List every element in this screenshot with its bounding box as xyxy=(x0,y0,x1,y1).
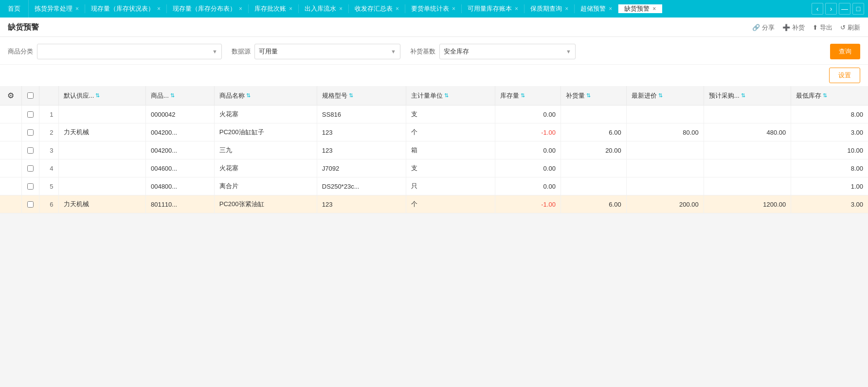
row-min-stock: 3.00 xyxy=(791,123,868,141)
tab-tab4[interactable]: 库存批次账× xyxy=(249,4,299,13)
close-tab-tab5[interactable]: × xyxy=(339,5,343,12)
row-checkbox-cell[interactable] xyxy=(21,141,39,159)
th-unit[interactable]: 主计量单位 ⇅ xyxy=(406,86,495,106)
tab-label-tab8: 可用量库存账本 xyxy=(468,4,512,13)
th-est-purchase[interactable]: 预计采购... ⇅ xyxy=(704,86,791,106)
row-unit: 箱 xyxy=(406,141,495,159)
th-latest-price[interactable]: 最新进价 ⇅ xyxy=(626,86,704,106)
row-replenish: 6.00 xyxy=(561,123,626,141)
th-stock[interactable]: 库存量 ⇅ xyxy=(495,86,561,106)
tab-tab2[interactable]: 现存量（库存状况表）× xyxy=(85,4,167,13)
row-min-stock: 1.00 xyxy=(791,177,868,195)
table-row: 1 0000042 火花塞 SS816 支 0.00 8.00 xyxy=(0,106,868,123)
export-icon: ⬆ xyxy=(813,24,818,31)
th-min-stock[interactable]: 最低库存 ⇅ xyxy=(791,86,868,106)
row-unit: 支 xyxy=(406,159,495,177)
row-latest-price xyxy=(626,141,704,159)
row-checkbox[interactable] xyxy=(27,147,34,154)
close-tab-tab7[interactable]: × xyxy=(452,5,455,12)
tab-tab7[interactable]: 要货单统计表× xyxy=(405,4,462,13)
category-label: 商品分类 xyxy=(8,47,33,56)
row-checkbox[interactable] xyxy=(27,165,34,172)
replenish-btn[interactable]: ➕ 补货 xyxy=(782,23,805,32)
th-replenish[interactable]: 补货量 ⇅ xyxy=(561,86,626,106)
close-tab-tab8[interactable]: × xyxy=(515,5,518,12)
category-arrow-icon: ▼ xyxy=(212,49,217,54)
tab-tab1[interactable]: 拣货异常处理× xyxy=(29,4,85,13)
share-label: 分享 xyxy=(762,23,775,32)
export-btn[interactable]: ⬆ 导出 xyxy=(813,23,832,32)
th-settings[interactable]: ⚙ xyxy=(0,86,21,106)
close-tab-tab10[interactable]: × xyxy=(609,5,612,12)
row-min-stock: 8.00 xyxy=(791,106,868,123)
th-supplier-label: 默认供应... xyxy=(64,91,94,100)
tab-tab11[interactable]: 缺货预警× xyxy=(618,4,662,13)
close-tab-tab1[interactable]: × xyxy=(75,5,79,12)
row-checkbox-cell[interactable] xyxy=(21,177,39,195)
row-settings-cell xyxy=(0,106,21,123)
page-content: 缺货预警 🔗 分享 ➕ 补货 ⬆ 导出 ↺ 刷新 商品分类 xyxy=(0,18,868,213)
datasource-value: 可用量 xyxy=(259,47,278,56)
datasource-select[interactable]: 可用量 ▼ xyxy=(254,44,400,59)
th-checkbox[interactable] xyxy=(21,86,39,106)
row-est-purchase xyxy=(704,177,791,195)
tab-tab8[interactable]: 可用量库存账本× xyxy=(462,4,524,13)
row-checkbox[interactable] xyxy=(27,183,34,190)
row-checkbox-cell[interactable] xyxy=(21,159,39,177)
row-stock: 0.00 xyxy=(495,106,561,123)
row-stock: 0.00 xyxy=(495,177,561,195)
tab-tab9[interactable]: 保质期查询× xyxy=(524,4,575,13)
page-title: 缺货预警 xyxy=(8,22,39,33)
select-all-checkbox[interactable] xyxy=(27,92,34,99)
row-checkbox[interactable] xyxy=(27,201,34,208)
category-select[interactable]: ▼ xyxy=(37,44,222,59)
th-product-code[interactable]: 商品... ⇅ xyxy=(145,86,214,106)
row-checkbox-cell[interactable] xyxy=(21,123,39,141)
row-spec: DS250*23c... xyxy=(317,177,406,195)
table-row: 5 004800... 离合片 DS250*23c... 只 0.00 1.00 xyxy=(0,177,868,195)
settings-icon[interactable]: ⚙ xyxy=(7,91,14,100)
th-supplier[interactable]: 默认供应... ⇅ xyxy=(58,86,145,106)
row-checkbox-cell[interactable] xyxy=(21,106,39,123)
datasource-label: 数据源 xyxy=(232,47,251,56)
close-tab-tab3[interactable]: × xyxy=(239,5,242,12)
tab-tab10[interactable]: 超储预警× xyxy=(575,4,618,13)
prev-tab-btn[interactable]: ‹ xyxy=(812,3,823,15)
settings-button[interactable]: 设置 xyxy=(829,68,860,83)
row-index: 6 xyxy=(39,195,58,213)
replenish-base-select[interactable]: 安全库存 ▼ xyxy=(439,44,576,59)
row-unit: 只 xyxy=(406,177,495,195)
close-tab-tab2[interactable]: × xyxy=(157,5,161,12)
row-stock: -1.00 xyxy=(495,195,561,213)
row-latest-price: 200.00 xyxy=(626,195,704,213)
th-product-name[interactable]: 商品名称 ⇅ xyxy=(214,86,317,106)
share-btn[interactable]: 🔗 分享 xyxy=(752,23,775,32)
maximize-btn[interactable]: □ xyxy=(852,3,864,15)
home-tab[interactable]: 首页 xyxy=(0,0,29,18)
close-tab-tab6[interactable]: × xyxy=(396,5,399,12)
th-est-purchase-label: 预计采购... xyxy=(709,91,740,100)
tab-tab5[interactable]: 出入库流水× xyxy=(299,4,349,13)
next-tab-btn[interactable]: › xyxy=(825,3,837,15)
row-product-code: 004200... xyxy=(145,123,214,141)
th-replenish-label: 补货量 xyxy=(566,91,585,100)
close-tab-tab4[interactable]: × xyxy=(289,5,292,12)
query-button[interactable]: 查询 xyxy=(830,44,860,59)
refresh-btn[interactable]: ↺ 刷新 xyxy=(840,23,860,32)
minimize-btn[interactable]: — xyxy=(839,3,850,15)
close-tab-tab11[interactable]: × xyxy=(652,5,656,12)
row-checkbox[interactable] xyxy=(27,129,34,136)
latest-price-sort-icon: ⇅ xyxy=(658,92,663,99)
row-product-name: 三九 xyxy=(214,141,317,159)
tab-label-tab9: 保质期查询 xyxy=(530,4,562,13)
close-tab-tab9[interactable]: × xyxy=(565,5,568,12)
product-name-sort-icon: ⇅ xyxy=(246,92,251,99)
row-product-name: 火花塞 xyxy=(214,159,317,177)
th-spec[interactable]: 规格型号 ⇅ xyxy=(317,86,406,106)
row-checkbox-cell[interactable] xyxy=(21,195,39,213)
replenish-base-label: 补货基数 xyxy=(410,47,435,56)
th-min-stock-label: 最低库存 xyxy=(796,91,821,100)
tab-tab3[interactable]: 现存量（库存分布表）× xyxy=(167,4,249,13)
tab-tab6[interactable]: 收发存汇总表× xyxy=(349,4,405,13)
row-checkbox[interactable] xyxy=(27,111,34,118)
